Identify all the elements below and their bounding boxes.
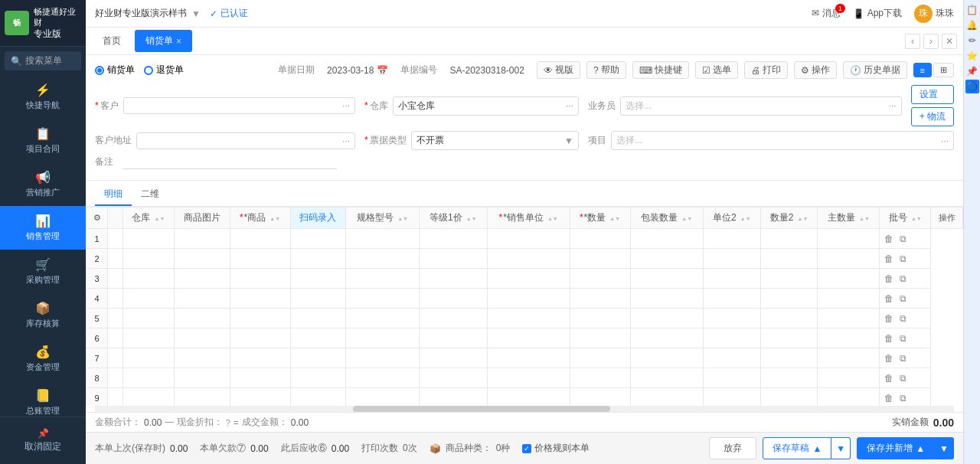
history-btn[interactable]: 🕐 历史单据 bbox=[843, 61, 907, 79]
th-price1[interactable]: 等级1价 ▲▼ bbox=[419, 207, 487, 229]
warehouse-input[interactable]: 小宝仓库 ··· bbox=[393, 96, 579, 116]
tab-prev-btn[interactable]: ‹ bbox=[905, 34, 920, 49]
sidebar-item-finance[interactable]: 💰 资金管理 bbox=[0, 337, 86, 381]
row-delete-icon-6[interactable]: 🗑 bbox=[883, 332, 895, 345]
save-draft-btn[interactable]: 保存草稿 ▲ bbox=[763, 437, 831, 459]
tab-home[interactable]: 首页 bbox=[92, 30, 132, 52]
row-delete-icon-7[interactable]: 🗑 bbox=[883, 352, 895, 364]
customer-picker-icon[interactable]: ··· bbox=[342, 100, 350, 111]
invoice-select[interactable]: 不开票 ▼ bbox=[411, 131, 579, 150]
row-copy-icon-8[interactable]: ⧉ bbox=[897, 372, 909, 384]
sidebar-item-quick[interactable]: ⚡ 快捷导航 bbox=[0, 75, 86, 119]
sidebar-item-project[interactable]: 📋 项目合同 bbox=[0, 119, 86, 162]
tab-close-all-btn[interactable]: ✕ bbox=[942, 34, 957, 49]
table-tab-2d[interactable]: 二维 bbox=[132, 184, 168, 206]
message-btn[interactable]: ✉ 1 消息 bbox=[812, 7, 840, 20]
th-pack-qty[interactable]: 包装数量 ▲▼ bbox=[630, 207, 703, 229]
row-delete-icon-4[interactable]: 🗑 bbox=[883, 292, 895, 305]
row-delete-icon-9[interactable]: 🗑 bbox=[883, 392, 895, 404]
address-picker-icon[interactable]: ··· bbox=[342, 136, 350, 146]
th-sales-unit[interactable]: *销售单位 ▲▼ bbox=[487, 207, 570, 229]
user-menu[interactable]: 珠 珠珠 bbox=[914, 5, 954, 23]
sidebar-item-ledger[interactable]: 📒 总账管理 bbox=[0, 381, 86, 417]
th-unit2[interactable]: 单位2 ▲▼ bbox=[703, 207, 760, 229]
right-panel-icon-2[interactable]: 🔔 bbox=[965, 18, 979, 32]
help-btn[interactable]: ? 帮助 bbox=[586, 61, 626, 79]
th-spec[interactable]: 规格型号 ▲▼ bbox=[346, 207, 419, 229]
right-panel-icon-6[interactable]: 🔵 bbox=[965, 80, 979, 93]
tab-sales-order[interactable]: 销货单 × bbox=[135, 30, 192, 52]
project-picker-icon[interactable]: ··· bbox=[941, 136, 949, 146]
row-delete-icon-8[interactable]: 🗑 bbox=[883, 372, 895, 384]
sidebar-search[interactable]: 🔍 搜索菜单 bbox=[5, 51, 82, 70]
print-btn[interactable]: 🖨 打印 bbox=[744, 61, 788, 79]
bottom-actions: 实销金额 0.00 bbox=[892, 416, 954, 429]
app-download-btn[interactable]: 📱 App下载 bbox=[853, 7, 902, 20]
tab-close-icon[interactable]: × bbox=[176, 36, 181, 47]
th-main-qty[interactable]: 主数量 ▲▼ bbox=[818, 207, 880, 229]
tab-next-btn[interactable]: › bbox=[923, 34, 939, 49]
sidebar-unpin[interactable]: 📌 取消固定 bbox=[3, 423, 83, 458]
price-rule-checkbox[interactable]: ✓ 价格规则本单 bbox=[522, 442, 590, 455]
warehouse-picker-icon[interactable]: ··· bbox=[566, 100, 573, 111]
th-qty2[interactable]: 数量2 ▲▼ bbox=[760, 207, 818, 229]
equal-label: = bbox=[234, 417, 239, 428]
th-qty[interactable]: *数量 ▲▼ bbox=[570, 207, 630, 229]
salesperson-picker-icon[interactable]: ··· bbox=[889, 100, 897, 111]
scrollbar-thumb[interactable] bbox=[353, 406, 611, 412]
date-picker[interactable]: 2023-03-18 📅 bbox=[327, 65, 388, 76]
project-input[interactable]: 选择... ··· bbox=[611, 131, 954, 150]
row-delete-icon-1[interactable]: 🗑 bbox=[883, 233, 895, 245]
th-settings[interactable]: ⚙ bbox=[87, 207, 108, 229]
salesperson-input[interactable]: 选择... ··· bbox=[620, 96, 902, 116]
shortcut-btn[interactable]: ⌨ 快捷键 bbox=[632, 61, 689, 79]
company-selector[interactable]: 好业财专业版演示样书 ▼ bbox=[95, 7, 201, 20]
layout-list-btn[interactable]: ≡ bbox=[913, 63, 932, 77]
row-copy-icon-3[interactable]: ⧉ bbox=[897, 273, 909, 285]
right-panel-icon-1[interactable]: 📋 bbox=[965, 3, 979, 17]
marketing-icon: 📢 bbox=[35, 170, 51, 185]
sidebar-item-inventory[interactable]: 📦 库存核算 bbox=[0, 293, 86, 337]
row-copy-icon-5[interactable]: ⧉ bbox=[897, 312, 909, 325]
row-copy-icon-6[interactable]: ⧉ bbox=[897, 332, 909, 345]
sidebar-label-ledger: 总账管理 bbox=[26, 405, 60, 417]
row-copy-icon-1[interactable]: ⧉ bbox=[897, 233, 909, 245]
save-new-dropdown-btn[interactable]: ▼ bbox=[935, 437, 954, 459]
row-delete-icon-2[interactable]: 🗑 bbox=[883, 253, 895, 265]
row-copy-icon-9[interactable]: ⧉ bbox=[897, 392, 909, 404]
view-btn[interactable]: 👁 视版 bbox=[537, 61, 580, 79]
operate-btn[interactable]: ⚙ 操作 bbox=[794, 61, 837, 79]
setup-btn[interactable]: 设置 bbox=[911, 85, 954, 104]
row-delete-icon-3[interactable]: 🗑 bbox=[883, 273, 895, 285]
save-new-btn[interactable]: 保存并新增 ▲ bbox=[857, 437, 935, 459]
note-input[interactable] bbox=[122, 155, 337, 169]
sidebar-item-purchase[interactable]: 🛒 采购管理 bbox=[0, 250, 86, 293]
table-scrollbar[interactable] bbox=[95, 406, 954, 412]
sidebar-item-sales[interactable]: 📊 销售管理 bbox=[0, 206, 86, 250]
radio-sales[interactable]: 销货单 bbox=[95, 64, 135, 77]
th-image[interactable]: 商品图片 bbox=[174, 207, 230, 229]
radio-return[interactable]: 退货单 bbox=[144, 64, 184, 77]
abandon-btn[interactable]: 放弃 bbox=[709, 437, 756, 459]
save-draft-dropdown-btn[interactable]: ▼ bbox=[831, 437, 851, 459]
th-scan[interactable]: 扫码录入 bbox=[290, 207, 346, 229]
layout-grid-btn[interactable]: ⊞ bbox=[933, 63, 954, 77]
row-copy-icon-7[interactable]: ⧉ bbox=[897, 352, 909, 364]
th-product[interactable]: *商品 ▲▼ bbox=[230, 207, 290, 229]
th-batch[interactable]: 批号 ▲▼ bbox=[880, 207, 931, 229]
right-panel-icon-3[interactable]: ✏ bbox=[965, 34, 979, 47]
sidebar-item-marketing[interactable]: 📢 营销推广 bbox=[0, 162, 86, 206]
add-logistics-btn[interactable]: + 物流 bbox=[911, 107, 954, 126]
right-panel-icon-5[interactable]: 📌 bbox=[965, 64, 979, 78]
row-delete-icon-5[interactable]: 🗑 bbox=[883, 312, 895, 325]
th-warehouse[interactable]: 仓库 ▲▼ bbox=[123, 207, 175, 229]
address-input[interactable]: ··· bbox=[136, 132, 355, 149]
select-btn[interactable]: ☑ 选单 bbox=[695, 61, 738, 79]
row-copy-icon-4[interactable]: ⧉ bbox=[897, 292, 909, 305]
table-row: 5 🗑 ⧉ bbox=[87, 309, 963, 328]
right-panel-icon-4[interactable]: ⭐ bbox=[965, 49, 979, 63]
customer-input[interactable]: ··· bbox=[123, 97, 355, 114]
table-tab-detail[interactable]: 明细 bbox=[95, 184, 132, 206]
row-copy-icon-2[interactable]: ⧉ bbox=[897, 253, 909, 265]
company-name: 好业财专业版演示样书 bbox=[95, 7, 187, 20]
